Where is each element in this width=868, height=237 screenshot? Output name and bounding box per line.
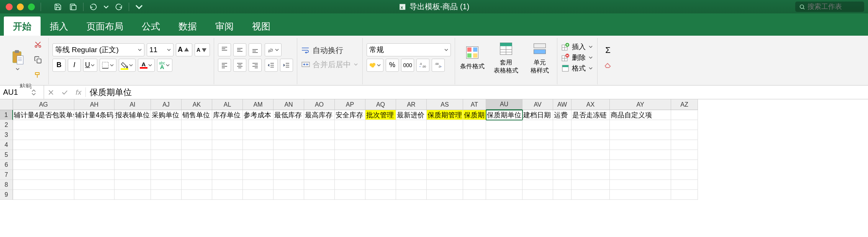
format-painter-button[interactable] <box>31 69 44 82</box>
cell-AV9[interactable] <box>522 190 553 200</box>
row-header-6[interactable]: 6 <box>0 160 13 170</box>
cell-AN8[interactable] <box>274 180 304 190</box>
cell-AX5[interactable] <box>572 150 610 160</box>
cell-AW7[interactable] <box>553 170 572 180</box>
cell-AM7[interactable] <box>243 170 274 180</box>
cell-AR8[interactable] <box>396 180 427 190</box>
cell-AW2[interactable] <box>553 120 572 130</box>
column-header-AP[interactable]: AP <box>335 99 365 110</box>
cell-AU8[interactable] <box>486 180 522 190</box>
cell-AJ9[interactable] <box>151 190 182 200</box>
cell-AV8[interactable] <box>522 180 553 190</box>
minimize-window-button[interactable] <box>17 3 24 10</box>
wrap-text-button[interactable]: 自动换行 <box>301 45 359 56</box>
cell-AH3[interactable] <box>74 130 115 140</box>
cell-AX8[interactable] <box>572 180 610 190</box>
cell-AG1[interactable]: 辅计量4是否包装单位 <box>13 110 74 120</box>
cell-AK8[interactable] <box>182 180 212 190</box>
column-header-AO[interactable]: AO <box>304 99 335 110</box>
row-header-8[interactable]: 8 <box>0 180 13 190</box>
cell-AO5[interactable] <box>304 150 335 160</box>
search-sheet-box[interactable] <box>795 2 864 12</box>
confirm-formula-button[interactable] <box>58 86 72 99</box>
cell-AT2[interactable] <box>463 120 486 130</box>
cell-AL3[interactable] <box>212 130 243 140</box>
undo-button[interactable] <box>88 3 99 11</box>
decrease-decimal-button[interactable]: .00.0 <box>432 59 445 72</box>
cell-AX1[interactable]: 是否走冻链 <box>572 110 610 120</box>
cell-styles-button[interactable]: 单元 格样式 <box>526 40 553 75</box>
format-cells-button[interactable]: 格式 <box>561 64 593 73</box>
cell-AP2[interactable] <box>335 120 365 130</box>
search-sheet-input[interactable] <box>807 3 860 11</box>
insert-function-button[interactable]: fx <box>72 86 85 99</box>
cell-AN1[interactable]: 最低库存 <box>274 110 304 120</box>
cell-AR7[interactable] <box>396 170 427 180</box>
font-name-combo[interactable]: 等线 Regular (正文) <box>52 43 144 56</box>
cell-AY6[interactable] <box>610 160 671 170</box>
align-left-button[interactable] <box>218 59 231 72</box>
column-header-AS[interactable]: AS <box>427 99 463 110</box>
column-header-AN[interactable]: AN <box>274 99 304 110</box>
cell-AV6[interactable] <box>522 160 553 170</box>
cell-AS4[interactable] <box>427 140 463 150</box>
increase-font-size-button[interactable]: A <box>176 43 192 56</box>
align-center-button[interactable] <box>233 59 246 72</box>
tab-insert[interactable]: 插入 <box>41 16 77 36</box>
align-right-button[interactable] <box>249 59 262 72</box>
cell-AY5[interactable] <box>610 150 671 160</box>
row-header-9[interactable]: 9 <box>0 190 13 200</box>
column-header-AM[interactable]: AM <box>243 99 274 110</box>
clear-button[interactable] <box>601 58 614 71</box>
cell-AQ9[interactable] <box>365 190 396 200</box>
cell-AX7[interactable] <box>572 170 610 180</box>
cell-AU5[interactable] <box>486 150 522 160</box>
increase-decimal-button[interactable]: .0.00 <box>416 59 429 72</box>
cell-AK4[interactable] <box>182 140 212 150</box>
column-header-AZ[interactable]: AZ <box>671 99 698 110</box>
cell-AK6[interactable] <box>182 160 212 170</box>
cell-AR4[interactable] <box>396 140 427 150</box>
fill-color-button[interactable] <box>119 59 136 72</box>
column-header-AI[interactable]: AI <box>115 99 151 110</box>
cell-AH2[interactable] <box>74 120 115 130</box>
cell-AP7[interactable] <box>335 170 365 180</box>
column-header-AQ[interactable]: AQ <box>365 99 396 110</box>
cell-AO9[interactable] <box>304 190 335 200</box>
cell-AT5[interactable] <box>463 150 486 160</box>
cell-AV1[interactable]: 建档日期 <box>522 110 553 120</box>
align-middle-button[interactable] <box>233 43 246 56</box>
cell-AI8[interactable] <box>115 180 151 190</box>
cell-AY4[interactable] <box>610 140 671 150</box>
cell-AP4[interactable] <box>335 140 365 150</box>
cell-AO4[interactable] <box>304 140 335 150</box>
cell-AH7[interactable] <box>74 170 115 180</box>
cell-AN6[interactable] <box>274 160 304 170</box>
cell-AY7[interactable] <box>610 170 671 180</box>
cell-AM1[interactable]: 参考成本 <box>243 110 274 120</box>
cell-AX9[interactable] <box>572 190 610 200</box>
insert-cells-button[interactable]: 插入 <box>561 42 593 51</box>
undo-dropdown[interactable] <box>103 3 109 11</box>
bold-button[interactable]: B <box>52 59 66 72</box>
cell-AX2[interactable] <box>572 120 610 130</box>
column-header-AY[interactable]: AY <box>610 99 671 110</box>
cut-button[interactable] <box>31 38 44 51</box>
cell-AM2[interactable] <box>243 120 274 130</box>
cell-AH4[interactable] <box>74 140 115 150</box>
cancel-formula-button[interactable] <box>44 86 58 99</box>
cell-AI9[interactable] <box>115 190 151 200</box>
cell-AJ4[interactable] <box>151 140 182 150</box>
cell-AG4[interactable] <box>13 140 74 150</box>
cell-AP8[interactable] <box>335 180 365 190</box>
cell-AZ8[interactable] <box>671 180 698 190</box>
cell-AK9[interactable] <box>182 190 212 200</box>
cell-AH9[interactable] <box>74 190 115 200</box>
underline-button[interactable]: U <box>83 59 97 72</box>
cell-AM3[interactable] <box>243 130 274 140</box>
cell-AJ2[interactable] <box>151 120 182 130</box>
tab-formulas[interactable]: 公式 <box>133 16 169 36</box>
orientation-button[interactable]: ab <box>265 43 282 56</box>
cell-AQ8[interactable] <box>365 180 396 190</box>
cell-AS2[interactable] <box>427 120 463 130</box>
